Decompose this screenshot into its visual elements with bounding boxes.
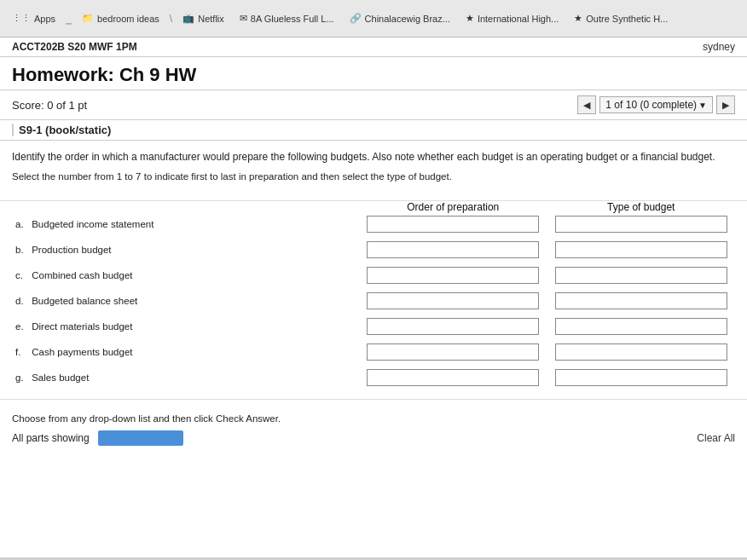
order-input[interactable] (367, 241, 539, 258)
table-row: c. Combined cash budget (12, 264, 735, 286)
all-parts-label: All parts showing (12, 432, 90, 444)
tab-separator-2: \ (170, 13, 172, 25)
title-section: Homework: Ch 9 HW (0, 57, 747, 90)
hw-title: Homework: Ch 9 HW (12, 64, 735, 86)
order-input-cell[interactable] (359, 213, 547, 235)
order-input-cell[interactable] (359, 264, 547, 286)
type-input[interactable] (555, 369, 727, 386)
all-parts-row: All parts showing Clear All (12, 430, 735, 446)
tab-international-high[interactable]: ★ International High... (460, 11, 564, 26)
table-row: d. Budgeted balance sheet (12, 290, 735, 312)
row-letter: e. (15, 321, 29, 332)
star-icon-1: ★ (466, 13, 474, 24)
apps-icon: ⋮⋮ (12, 13, 31, 24)
type-input-cell[interactable] (547, 367, 736, 389)
col-header-order: Order of preparation (359, 201, 547, 213)
progress-label: 1 of 10 (0 complete) (605, 99, 697, 111)
row-letter: g. (15, 372, 29, 383)
netflix-icon: 📺 (182, 13, 194, 24)
order-input[interactable] (367, 267, 539, 284)
table-row: g. Sales budget (12, 367, 735, 389)
row-label-cell: g. Sales budget (12, 367, 359, 389)
row-letter: d. (15, 296, 29, 306)
tab-chinalacewig[interactable]: 🔗 Chinalacewig Braz... (345, 11, 455, 26)
type-input-cell[interactable] (547, 341, 736, 363)
choose-text: Choose from any drop-down list and then … (12, 413, 735, 424)
row-label-cell: b. Production budget (12, 239, 359, 261)
table-row: a. Budgeted income statement (12, 213, 735, 235)
order-input-cell[interactable] (359, 315, 547, 338)
type-input-cell[interactable] (547, 264, 736, 286)
row-letter: b. (15, 245, 29, 255)
table-row: b. Production budget (12, 239, 735, 261)
table-row: e. Direct materials budget (12, 315, 735, 338)
order-input[interactable] (367, 318, 539, 335)
order-input-cell[interactable] (359, 367, 547, 389)
score-label: Score: 0 of 1 pt (12, 99, 87, 112)
problem-label-row: S9-1 (book/static) (0, 120, 747, 141)
row-text: Combined cash budget (32, 270, 132, 280)
score-nav-row: Score: 0 of 1 pt ◀ 1 of 10 (0 complete) … (0, 90, 747, 120)
question-section: Identify the order in which a manufactur… (0, 141, 747, 201)
order-input-cell[interactable] (359, 341, 547, 363)
row-label-cell: a. Budgeted income statement (12, 213, 359, 235)
row-text: Cash payments budget (32, 347, 132, 357)
nav-controls: ◀ 1 of 10 (0 complete) ▼ ▶ (577, 95, 735, 114)
browser-toolbar: ⋮⋮ Apps ⎯ 📁 bedroom ideas \ 📺 Netflix ✉ … (0, 0, 747, 38)
prev-button[interactable]: ◀ (577, 95, 596, 114)
order-input-cell[interactable] (359, 290, 547, 312)
row-text: Budgeted income statement (32, 219, 153, 229)
type-input[interactable] (555, 292, 727, 309)
row-letter: f. (15, 347, 29, 357)
question-text: Identify the order in which a manufactur… (12, 149, 735, 165)
type-input[interactable] (555, 318, 727, 335)
row-letter: c. (15, 270, 29, 280)
row-label-cell: c. Combined cash budget (12, 264, 359, 286)
folder-icon: 📁 (82, 13, 94, 24)
instruction-text: Select the number from 1 to 7 to indicat… (12, 171, 735, 182)
mail-icon: ✉ (240, 13, 247, 24)
type-input-cell[interactable] (547, 315, 736, 338)
type-input[interactable] (555, 267, 727, 284)
tab-8a-glueless[interactable]: ✉ 8A Glueless Full L... (235, 11, 339, 26)
order-input[interactable] (367, 369, 539, 386)
progress-dropdown[interactable]: 1 of 10 (0 complete) ▼ (599, 96, 713, 113)
course-code: ACCT202B S20 MWF 1PM (12, 41, 137, 53)
type-input[interactable] (555, 241, 727, 258)
col-header-label (12, 201, 359, 213)
problem-id: S9-1 (book/static) (12, 124, 111, 136)
user-name: sydney (703, 41, 735, 53)
row-label-cell: d. Budgeted balance sheet (12, 290, 359, 312)
type-input-cell[interactable] (547, 290, 736, 312)
order-input[interactable] (367, 344, 539, 361)
tab-bedroom-ideas[interactable]: 📁 bedroom ideas (77, 11, 165, 26)
tab-separator-1: ⎯ (66, 13, 72, 25)
top-bar: ACCT202B S20 MWF 1PM sydney (0, 38, 747, 57)
type-input[interactable] (555, 216, 727, 233)
clear-all-button[interactable]: Clear All (697, 432, 735, 444)
bottom-section: Choose from any drop-down list and then … (0, 399, 747, 453)
dropdown-arrow-icon: ▼ (698, 101, 707, 110)
table-row: f. Cash payments budget (12, 341, 735, 363)
tab-outre-synthetic[interactable]: ★ Outre Synthetic H... (569, 11, 673, 26)
page-icon: 🔗 (350, 13, 362, 24)
tab-netflix[interactable]: 📺 Netflix (177, 11, 229, 26)
next-button[interactable]: ▶ (716, 95, 735, 114)
row-label-cell: f. Cash payments budget (12, 341, 359, 363)
row-text: Sales budget (32, 372, 89, 383)
budget-table: Order of preparation Type of budget a. B… (12, 201, 735, 392)
order-input-cell[interactable] (359, 239, 547, 261)
type-input-cell[interactable] (547, 239, 736, 261)
tab-apps[interactable]: ⋮⋮ Apps (7, 11, 61, 26)
progress-bar (98, 430, 183, 446)
type-input[interactable] (555, 344, 727, 361)
order-input[interactable] (367, 292, 539, 309)
row-label-cell: e. Direct materials budget (12, 315, 359, 338)
budget-table-section: Order of preparation Type of budget a. B… (0, 201, 747, 399)
row-letter: a. (15, 219, 29, 229)
order-input[interactable] (367, 216, 539, 233)
star-icon-2: ★ (574, 13, 582, 24)
col-header-type: Type of budget (547, 201, 736, 213)
type-input-cell[interactable] (547, 213, 736, 235)
row-text: Production budget (32, 245, 111, 255)
